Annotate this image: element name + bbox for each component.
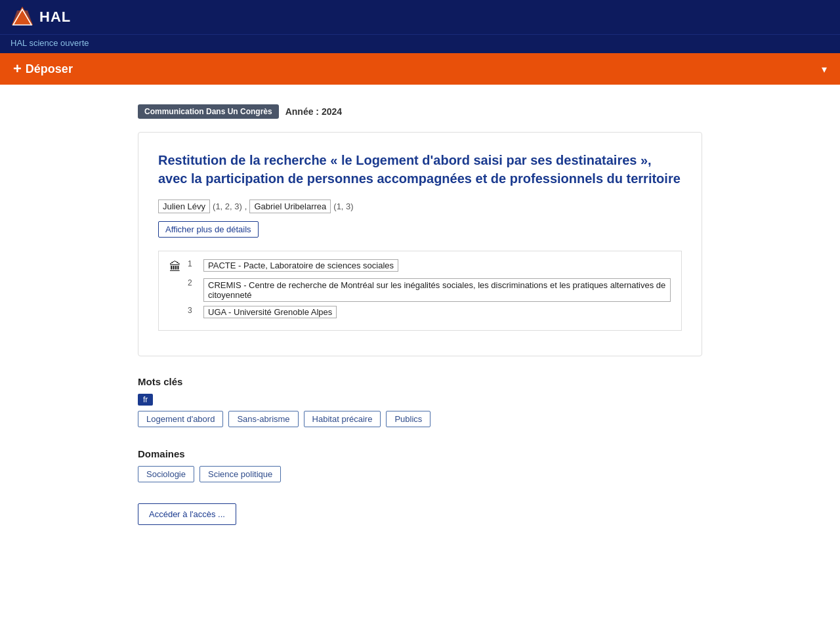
sub-nav-link[interactable]: HAL science ouverte <box>10 38 89 48</box>
author-julien-levy[interactable]: Julien Lévy <box>158 200 210 213</box>
domains-section: Domaines Sociologie Science politique <box>138 448 702 482</box>
author-separator: , <box>245 201 247 211</box>
building-icon-1: 🏛 <box>169 261 181 274</box>
details-btn-row: Afficher plus de détails <box>158 221 682 251</box>
domains-tags-row: Sociologie Science politique <box>138 466 702 482</box>
svg-marker-1 <box>12 10 33 25</box>
deposer-label: Déposer <box>26 62 73 76</box>
top-nav: HAL <box>0 0 840 34</box>
sub-nav: HAL science ouverte <box>0 34 840 53</box>
keywords-title: Mots clés <box>138 376 702 387</box>
domains-title: Domaines <box>138 448 702 459</box>
keyword-tag-0[interactable]: Logement d'abord <box>138 411 223 427</box>
year-label: Année : 2024 <box>285 106 342 117</box>
article-card: Restitution de la recherche « le Logemen… <box>138 132 702 356</box>
hal-logo-icon <box>10 5 34 29</box>
affil-name-1: PACTE - Pacte, Laboratoire de sciences s… <box>203 259 398 272</box>
affil-num-3: 3 <box>188 306 197 315</box>
affil-row-3: 3 UGA - Université Grenoble Alpes <box>188 306 671 318</box>
affil-name-3: UGA - Université Grenoble Alpes <box>203 306 337 318</box>
affil-row-2: 2 CREMIS - Centre de recherche de Montré… <box>188 278 671 302</box>
chevron-down-icon[interactable]: ▾ <box>822 63 827 75</box>
keywords-tags-row: Logement d'abord Sans-abrisme Habitat pr… <box>138 411 702 427</box>
affil-name-2: CREMIS - Centre de recherche de Montréal… <box>203 278 671 302</box>
author-gabriel-uribelarrea[interactable]: Gabriel Uribelarrea <box>249 200 331 213</box>
affil-num-1: 1 <box>188 259 197 268</box>
hal-logo-text: HAL <box>39 9 71 26</box>
keyword-tag-3[interactable]: Publics <box>386 411 430 427</box>
type-badge: Communication Dans Un Congrès <box>138 104 279 119</box>
main-content: Communication Dans Un Congrès Année : 20… <box>125 85 715 545</box>
bottom-btn-row: Accéder à l'accès ... <box>138 503 702 525</box>
deposer-button[interactable]: + Déposer <box>13 60 73 77</box>
domain-tag-0[interactable]: Sociologie <box>138 466 194 482</box>
affil-num-2: 2 <box>188 278 197 287</box>
plus-icon: + <box>13 60 22 77</box>
details-button[interactable]: Afficher plus de détails <box>158 221 259 238</box>
keyword-tag-1[interactable]: Sans-abrisme <box>228 411 298 427</box>
article-title: Restitution de la recherche « le Logemen… <box>158 151 682 188</box>
domain-tag-1[interactable]: Science politique <box>200 466 281 482</box>
lang-badge: fr <box>138 394 153 406</box>
type-badge-row: Communication Dans Un Congrès Année : 20… <box>138 104 702 119</box>
authors-row: Julien Lévy (1, 2, 3) , Gabriel Uribelar… <box>158 200 682 213</box>
hal-logo[interactable]: HAL <box>10 5 71 29</box>
author-julien-levy-affil: (1, 2, 3) <box>213 201 242 211</box>
keywords-section: Mots clés fr Logement d'abord Sans-abris… <box>138 376 702 427</box>
affil-row-1: 🏛 1 PACTE - Pacte, Laboratoire de scienc… <box>169 259 671 274</box>
author-gabriel-affil: (1, 3) <box>333 201 353 211</box>
affiliations-box: 🏛 1 PACTE - Pacte, Laboratoire de scienc… <box>158 251 682 331</box>
keyword-tag-2[interactable]: Habitat précaire <box>304 411 381 427</box>
orange-bar: + Déposer ▾ <box>0 53 840 85</box>
bottom-button[interactable]: Accéder à l'accès ... <box>138 503 236 525</box>
